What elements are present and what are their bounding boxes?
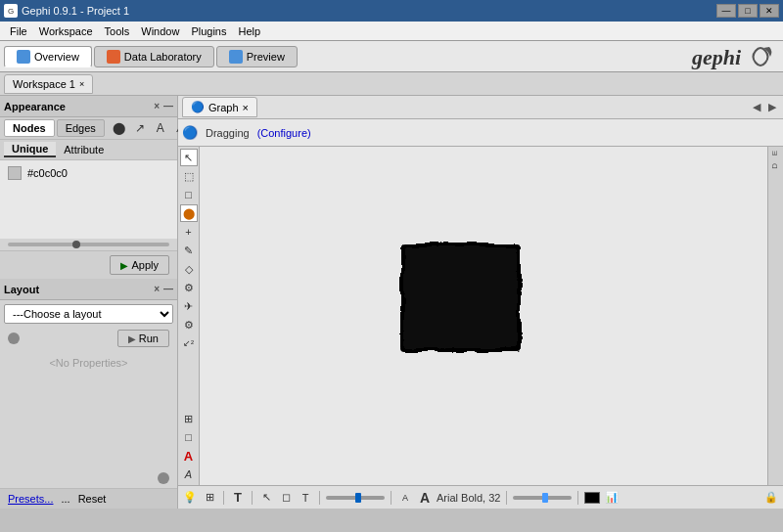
layout-icon[interactable]: ⊞ <box>202 490 217 506</box>
layout-spacer <box>0 377 177 468</box>
run-button[interactable]: ▶ Run <box>117 330 169 347</box>
select-icon[interactable]: ◻ <box>278 490 294 506</box>
layout-dropdown[interactable]: ---Choose a layout <box>4 304 173 324</box>
group-tool2[interactable]: □ <box>180 428 198 446</box>
tab-data-laboratory[interactable]: Data Laboratory <box>94 46 214 67</box>
apply-row: ▶ Apply <box>0 250 177 279</box>
graph-toolbar: 🔵 Dragging (Configure) <box>178 119 783 147</box>
layout-tool[interactable]: ⚙ <box>180 279 198 296</box>
graph-canvas[interactable]: ↖ ⬚ □ ⬤ + ✎ ◇ ⚙ ✈ ⚙ ↙² ⊞ □ A A <box>178 147 783 485</box>
nodes-tab[interactable]: Nodes <box>4 119 55 137</box>
graph-tab-next-icon[interactable]: ▶ <box>765 101 779 113</box>
attribute-subtab[interactable]: Attribute <box>56 143 112 156</box>
rect-tool[interactable]: ⬚ <box>180 167 198 185</box>
maximize-button[interactable]: □ <box>738 4 758 18</box>
appearance-close-icon[interactable]: × <box>154 101 160 111</box>
graph-tabbar: 🔵 Graph × ◀ ▶ <box>178 96 783 119</box>
color-list: #c0c0c0 <box>0 160 177 239</box>
font-size-slider[interactable] <box>326 496 385 500</box>
node-tool[interactable]: ⬤ <box>180 204 198 222</box>
appearance-minimize-icon[interactable]: — <box>163 101 173 111</box>
appearance-slider-thumb[interactable] <box>72 241 80 248</box>
menu-plugins[interactable]: Plugins <box>185 23 232 39</box>
bulb-icon[interactable]: 💡 <box>182 490 198 506</box>
preview-icon <box>229 50 243 64</box>
presets-link[interactable]: Presets... <box>8 493 53 505</box>
menu-window[interactable]: Window <box>135 23 185 39</box>
separator-5 <box>506 491 507 505</box>
graph-tab-label: Graph <box>208 102 239 113</box>
no-properties-label: <No Properties> <box>0 349 177 377</box>
graph-bottom-bar: 💡 ⊞ T ↖ ◻ T A A Arial Bold, 32 📊 🔒 <box>178 485 783 509</box>
size-icon[interactable]: ↗ <box>131 119 149 137</box>
titlebar-left: G Gephi 0.9.1 - Project 1 <box>4 4 129 18</box>
select-tool[interactable]: ↖ <box>180 149 198 166</box>
main-toolbar: Overview Data Laboratory Preview gephi <box>0 41 783 72</box>
graph-tab-prev-icon[interactable]: ◀ <box>750 101 763 113</box>
tab-overview[interactable]: Overview <box>4 46 92 67</box>
font-a-small[interactable]: A <box>397 490 413 506</box>
text-tool-b[interactable]: A <box>180 466 198 483</box>
group-tool1[interactable]: ⊞ <box>180 410 198 427</box>
pen-tool[interactable]: ✎ <box>180 242 198 259</box>
layout-run-row: ▶ Run <box>0 328 177 349</box>
graph-tab-close-icon[interactable]: × <box>243 102 249 113</box>
menu-file[interactable]: File <box>4 23 33 39</box>
layout-select[interactable]: ---Choose a layout <box>4 304 173 324</box>
export-icon[interactable]: 📊 <box>604 490 620 506</box>
apply-button[interactable]: ▶ Apply <box>110 255 169 275</box>
workspace-tabbar: Workspace 1 × <box>0 72 783 96</box>
layout-minimize-icon[interactable]: — <box>163 284 173 294</box>
label-color-icon[interactable]: A <box>152 119 169 137</box>
left-panel: Appearance × — Nodes Edges ⬤ ↗ A A Uniqu… <box>0 96 178 509</box>
reset-label[interactable]: Reset <box>78 493 107 505</box>
close-button[interactable]: ✕ <box>760 4 779 18</box>
extra-tool[interactable]: ↙² <box>180 334 198 352</box>
workspace-close-icon[interactable]: × <box>79 79 84 89</box>
node-edge-tabs: Nodes Edges ⬤ ↗ A A <box>0 117 177 140</box>
settings-tool[interactable]: ⚙ <box>180 316 198 333</box>
color-icon[interactable]: ⬤ <box>111 119 128 137</box>
text-icon2[interactable]: T <box>298 490 313 506</box>
svg-rect-2 <box>405 246 517 348</box>
overview-icon <box>17 50 30 64</box>
font-a-large[interactable]: A <box>417 490 433 506</box>
configure-link[interactable]: (Configure) <box>257 127 311 139</box>
text-icon[interactable]: T <box>230 490 246 506</box>
color-preview-swatch[interactable] <box>584 492 600 504</box>
color-label: #c0c0c0 <box>27 167 68 179</box>
minimize-button[interactable]: — <box>716 4 736 18</box>
separator-3 <box>319 491 320 505</box>
appearance-slider-area <box>0 239 177 250</box>
tab-preview[interactable]: Preview <box>216 46 298 67</box>
appearance-slider-track[interactable] <box>8 243 169 246</box>
color-item[interactable]: #c0c0c0 <box>4 164 173 182</box>
menu-tools[interactable]: Tools <box>99 23 136 39</box>
lock-icon[interactable]: 🔒 <box>763 490 779 506</box>
separator-6 <box>577 491 578 505</box>
dragging-label: Dragging <box>206 127 250 139</box>
layout-title: Layout <box>4 284 39 295</box>
svg-text:gephi: gephi <box>691 45 742 69</box>
layout-close-icon[interactable]: × <box>154 284 160 294</box>
apply-icon: ▶ <box>120 260 128 271</box>
fly-tool[interactable]: ✈ <box>180 297 198 315</box>
separator-1 <box>223 491 224 505</box>
unique-subtab[interactable]: Unique <box>4 142 56 157</box>
diamond-tool[interactable]: ◇ <box>180 260 198 278</box>
color-slider[interactable] <box>513 496 572 500</box>
cross-tool[interactable]: + <box>180 223 198 241</box>
text-tool-a[interactable]: A <box>180 447 198 465</box>
workspace-tab[interactable]: Workspace 1 × <box>4 74 93 94</box>
graph-tab[interactable]: 🔵 Graph × <box>182 97 257 117</box>
menu-help[interactable]: Help <box>232 23 266 39</box>
separator-4 <box>391 491 392 505</box>
menu-workspace[interactable]: Workspace <box>33 23 99 39</box>
brush-tool[interactable]: □ <box>180 186 198 203</box>
cursor-icon[interactable]: ↖ <box>258 490 274 506</box>
edges-tab[interactable]: Edges <box>57 119 105 137</box>
window-controls[interactable]: — □ ✕ <box>716 4 779 18</box>
preview-label: Preview <box>247 51 285 63</box>
layout-bottom-dot <box>158 472 169 484</box>
appearance-section: Appearance × — Nodes Edges ⬤ ↗ A A Uniqu… <box>0 96 177 279</box>
